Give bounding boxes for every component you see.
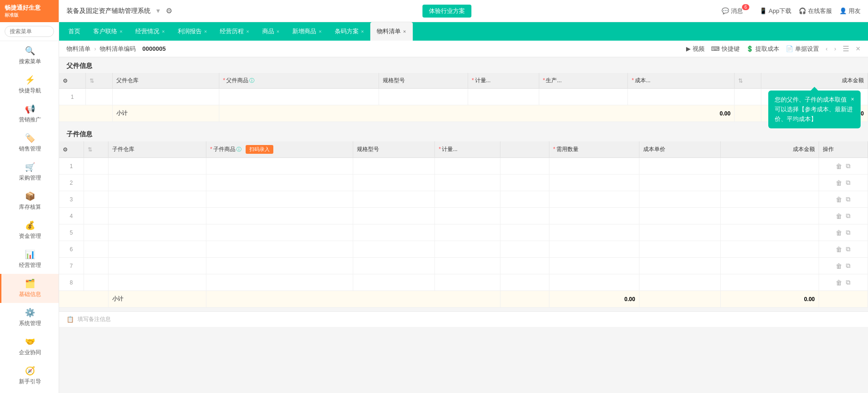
dropdown-arrow-icon[interactable]: ▼: [155, 7, 161, 14]
tooltip-close-btn[interactable]: ×: [851, 95, 854, 104]
nav-tab-operation-history[interactable]: 经营历程×: [213, 22, 255, 41]
sidebar-item-guide[interactable]: 🧭 新手引导: [0, 361, 59, 390]
nav-tab-customer[interactable]: 客户联络×: [87, 22, 129, 41]
child-row-7-product[interactable]: [206, 258, 353, 274]
nav-tab-close-operation-status[interactable]: ×: [162, 29, 164, 34]
child-row-4-product[interactable]: [206, 208, 353, 224]
sidebar-item-search[interactable]: 🔍 搜索菜单: [0, 41, 59, 70]
menu-icon[interactable]: ☰: [843, 44, 849, 53]
sidebar-item-marketing[interactable]: 📢 营销推广: [0, 99, 59, 128]
nav-tab-home[interactable]: 首页: [62, 22, 87, 41]
sidebar-item-operation[interactable]: 📊 经营管理: [0, 245, 59, 274]
service-item[interactable]: 🎧 在线客服: [799, 7, 832, 15]
child-row-1-unit[interactable]: [435, 158, 500, 175]
child-row-3-unit[interactable]: [435, 191, 500, 208]
child-row-8-product[interactable]: [206, 274, 353, 291]
child-row-5-spec[interactable]: [353, 224, 435, 241]
child-row-1-unit-cost[interactable]: [639, 158, 721, 175]
child-row-1-warehouse[interactable]: [108, 158, 206, 175]
child-row-7-unit-cost[interactable]: [639, 258, 721, 274]
child-row-3-spec[interactable]: [353, 191, 435, 208]
child-row-8-unit[interactable]: [435, 274, 500, 291]
child-row-8-warehouse[interactable]: [108, 274, 206, 291]
nav-tab-close-product[interactable]: ×: [277, 29, 279, 34]
child-row-1-spec[interactable]: [353, 158, 435, 175]
child-row-2-copy-icon[interactable]: ⧉: [846, 179, 850, 187]
child-row-5-unit-cost[interactable]: [639, 224, 721, 241]
child-row-5-delete-icon[interactable]: 🗑: [836, 229, 842, 236]
child-row-4-unit-cost[interactable]: [639, 208, 721, 224]
child-row-3-product[interactable]: [206, 191, 353, 208]
download-item[interactable]: 📱 App下载: [760, 7, 791, 15]
nav-right-btn[interactable]: ›: [834, 45, 836, 52]
nav-tab-close-barcode[interactable]: ×: [361, 29, 364, 34]
nav-tab-operation-status[interactable]: 经营情况×: [129, 22, 171, 41]
child-row-2-warehouse[interactable]: [108, 175, 206, 191]
child-row-8-copy-icon[interactable]: ⧉: [846, 278, 850, 286]
child-row-1-qty[interactable]: [549, 158, 639, 175]
search-input[interactable]: [5, 26, 54, 37]
sidebar-item-basic[interactable]: 🗂️ 基础信息: [0, 274, 59, 303]
child-row-6-spec[interactable]: [353, 241, 435, 258]
sidebar-item-purchase[interactable]: 🛒 采购管理: [0, 157, 59, 187]
parent-row-1-unit[interactable]: [468, 89, 539, 105]
child-row-8-qty[interactable]: [549, 274, 639, 291]
cost-btn[interactable]: 💲 提取成本: [746, 45, 779, 53]
parent-row-1-warehouse[interactable]: [112, 89, 219, 105]
child-row-2-delete-icon[interactable]: 🗑: [836, 179, 842, 187]
child-row-2-product[interactable]: [206, 175, 353, 191]
nav-tab-close-customer[interactable]: ×: [120, 29, 122, 34]
nav-tab-close-profit[interactable]: ×: [204, 29, 207, 34]
message-item[interactable]: 💬 消息 6: [722, 7, 752, 15]
sidebar-item-finance[interactable]: 💰 资金管理: [0, 216, 59, 245]
single-setting-btn[interactable]: 📄 单据设置: [786, 45, 819, 53]
child-row-6-unit[interactable]: [435, 241, 500, 258]
child-row-2-qty[interactable]: [549, 175, 639, 191]
child-row-5-warehouse[interactable]: [108, 224, 206, 241]
child-row-5-unit[interactable]: [435, 224, 500, 241]
child-row-1-delete-icon[interactable]: 🗑: [836, 163, 842, 170]
child-row-7-unit[interactable]: [435, 258, 500, 274]
nav-tab-close-bom[interactable]: ×: [403, 29, 406, 34]
close-page-icon[interactable]: ✕: [856, 45, 861, 52]
shortcut-btn[interactable]: ⌨ 快捷键: [711, 45, 740, 53]
child-row-5-qty[interactable]: [549, 224, 639, 241]
child-row-6-qty[interactable]: [549, 241, 639, 258]
trial-button[interactable]: 体验行业方案: [422, 5, 471, 18]
sidebar-item-inventory[interactable]: 📦 库存核算: [0, 187, 59, 216]
user-item[interactable]: 👤 用友: [839, 7, 861, 15]
child-row-7-copy-icon[interactable]: ⧉: [846, 262, 850, 270]
child-row-2-unit[interactable]: [435, 175, 500, 191]
child-row-6-product[interactable]: [206, 241, 353, 258]
child-row-3-copy-icon[interactable]: ⧉: [846, 195, 850, 203]
sidebar-item-system[interactable]: ⚙️ 系统管理: [0, 303, 59, 332]
child-row-8-unit-cost[interactable]: [639, 274, 721, 291]
child-row-7-warehouse[interactable]: [108, 258, 206, 274]
view-btn[interactable]: ▶ 视频: [686, 45, 705, 53]
child-row-2-spec[interactable]: [353, 175, 435, 191]
nav-tab-close-operation-history[interactable]: ×: [246, 29, 249, 34]
sidebar-item-sales[interactable]: 🏷️ 销售管理: [0, 128, 59, 157]
child-row-6-unit-cost[interactable]: [639, 241, 721, 258]
child-row-5-copy-icon[interactable]: ⧉: [846, 229, 850, 236]
child-row-1-copy-icon[interactable]: ⧉: [846, 162, 850, 170]
child-row-3-unit-cost[interactable]: [639, 191, 721, 208]
scan-btn[interactable]: 扫码录入: [246, 145, 273, 154]
nav-left-btn[interactable]: ‹: [826, 45, 827, 52]
child-row-6-delete-icon[interactable]: 🗑: [836, 246, 842, 253]
child-row-1-product[interactable]: [206, 158, 353, 175]
child-row-3-delete-icon[interactable]: 🗑: [836, 196, 842, 203]
child-row-8-delete-icon[interactable]: 🗑: [836, 279, 842, 286]
parent-row-1-product[interactable]: [219, 89, 379, 105]
child-row-4-unit[interactable]: [435, 208, 500, 224]
child-row-6-copy-icon[interactable]: ⧉: [846, 245, 850, 253]
nav-tab-product[interactable]: 商品×: [256, 22, 286, 41]
child-row-5-product[interactable]: [206, 224, 353, 241]
child-row-7-delete-icon[interactable]: 🗑: [836, 262, 842, 270]
sidebar-item-quick-nav[interactable]: ⚡ 快捷导航: [0, 70, 59, 99]
gear-icon[interactable]: ⚙: [166, 6, 172, 15]
child-row-2-unit-cost[interactable]: [639, 175, 721, 191]
parent-row-1-prod[interactable]: [539, 89, 627, 105]
child-row-4-warehouse[interactable]: [108, 208, 206, 224]
child-row-3-qty[interactable]: [549, 191, 639, 208]
